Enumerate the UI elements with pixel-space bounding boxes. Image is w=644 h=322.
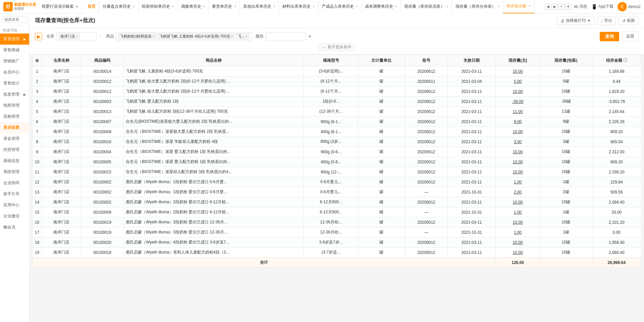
sidebar-item-basic-info[interactable]: 基础信息 — [0, 155, 29, 166]
row-stock-main[interactable]: 10.00 — [495, 197, 540, 207]
row-expire: 2021-03-11 — [448, 217, 496, 227]
print-button[interactable]: 🖨 按模板打印 ▼ — [557, 16, 594, 25]
color-tags[interactable] — [266, 32, 306, 41]
sidebar-item-ops[interactable]: 经营管理 — [0, 144, 29, 155]
sidebar-item-retail-mgmt[interactable]: 零售管理 ▶ — [0, 34, 29, 45]
tab-6-close[interactable]: × — [313, 5, 315, 8]
tab-7-close[interactable]: × — [356, 5, 358, 8]
tab-home[interactable]: 首页 — [84, 0, 99, 13]
tab-3-close[interactable]: × — [203, 5, 205, 8]
tab-close-button[interactable]: × — [558, 4, 565, 10]
sidebar-item-collab[interactable]: 企业协同 — [0, 177, 29, 189]
row-unit: 罐 — [358, 66, 405, 76]
sidebar-item-purchase[interactable]: 采购管理 — [0, 111, 29, 122]
tab-next-button[interactable]: ▶ — [552, 4, 558, 10]
account-selector[interactable]: 母婴行业演示账套 ▼ — [39, 4, 82, 9]
sidebar-item-new-guide[interactable]: 新手引导 — [0, 189, 29, 200]
tab-2-close[interactable]: × — [172, 5, 174, 8]
row-stock-main[interactable]: -39.00 — [495, 97, 540, 107]
row-stock-main[interactable]: 10.00 — [495, 237, 540, 248]
row-stock-main[interactable]: 10.00 — [495, 248, 540, 258]
tab-4-close[interactable]: × — [234, 5, 236, 8]
row-stock-main[interactable]: 10.00 — [495, 87, 540, 97]
tab-8[interactable]: 成本调整单历史 × — [362, 0, 401, 13]
tab-5[interactable]: 其他出库单历史 × — [240, 0, 279, 13]
expand-more-icon: ⋯ — [322, 45, 326, 50]
row-stock-main[interactable]: 2.00 — [495, 187, 540, 197]
row-stock-main[interactable]: 0.00 — [495, 76, 540, 87]
row-name: 合生元（BIOSTIME）派星幼儿配方奶粉 3段 乳铁蛋白的4... — [124, 167, 304, 177]
tab-10-close[interactable]: × — [498, 5, 500, 8]
sidebar-item-member-center[interactable]: 会员中心 — [0, 67, 29, 78]
row-spec: (3-7岁适... — [304, 248, 358, 258]
amount-info-icon[interactable]: ⓘ — [623, 58, 627, 63]
goods-tag-2-close[interactable]: × — [246, 35, 248, 38]
sidebar-item-inventory[interactable]: 库存核算 — [0, 122, 29, 133]
tab-11-close[interactable]: × — [529, 4, 531, 8]
row-spec: 900g (3岁... — [304, 137, 358, 147]
query-button[interactable]: 查询 — [600, 32, 619, 41]
col-settings[interactable]: ⚙ — [33, 55, 42, 66]
tab-5-close[interactable]: × — [273, 5, 275, 8]
row-stock-main[interactable]: 9.00 — [495, 117, 540, 127]
goods-tag-1-close[interactable]: × — [231, 35, 233, 38]
tab-6[interactable]: 材料出库单历史 × — [279, 0, 318, 13]
tab-2[interactable]: 组装拆卸单历史 × — [139, 0, 178, 13]
sidebar-item-wholesale-mgmt[interactable]: 批发管理 ▶ — [0, 89, 29, 100]
refresh-button[interactable]: ↺ 刷新 — [619, 16, 639, 25]
table-row: 2 南岸门店 00100012 飞鹤星飞帆 较大婴儿配方奶粉 2段(6-12个月… — [33, 76, 641, 87]
col-unit: 主计量单位 — [358, 55, 405, 66]
sidebar-item-corp-wechat[interactable]: 企业微信 — [0, 211, 29, 222]
sidebar-item-ecommerce[interactable]: 电商管理 — [0, 100, 29, 111]
filter-expand-button[interactable]: ▶ — [35, 33, 42, 40]
sidebar-item-marketing[interactable]: 营销推广 — [0, 56, 29, 67]
tab-9-close[interactable]: × — [446, 5, 448, 8]
row-stock-main[interactable]: 1.00 — [495, 227, 540, 237]
tab-10[interactable]: 现存量（库存分布表） × — [452, 0, 503, 13]
tab-8-close[interactable]: × — [395, 5, 397, 8]
tab-7[interactable]: 产成品入库单历史 × — [318, 0, 362, 13]
tab-9[interactable]: 现存量（库存状况表） × — [401, 0, 452, 13]
row-stock-main[interactable]: 10.00 — [495, 66, 540, 76]
user-menu[interactable]: E demo2 — [618, 2, 641, 11]
setting-button[interactable]: 设置 — [622, 32, 639, 41]
tab-menu-button[interactable]: ▼ — [565, 4, 571, 10]
message-button[interactable]: ✉ 消息 — [574, 4, 587, 9]
warehouse-tags[interactable]: 南岸门店 × — [56, 32, 97, 41]
avatar: E — [618, 2, 627, 11]
tab-11[interactable]: 库存批次账 × — [503, 0, 534, 13]
row-stock-main[interactable]: 10.00 — [495, 127, 540, 137]
row-stock-main[interactable]: 10.00 — [495, 167, 540, 177]
row-stock-main[interactable]: 11.00 — [495, 107, 540, 117]
search-input[interactable] — [2, 16, 27, 23]
row-stock-main[interactable]: 10.00 — [495, 217, 540, 227]
row-name: 惠氏启蒙（Wyeth illuma）亲和人体儿童配方奶粉4段（3... — [124, 248, 304, 258]
tab-1[interactable]: 分量盘点单历史 × — [99, 0, 139, 13]
sidebar-item-retail-shop[interactable]: 零售商城 — [0, 45, 29, 56]
sidebar-item-app-center[interactable]: 应用中心 — [0, 200, 29, 211]
tab-3[interactable]: 调拨单历史 × — [178, 0, 209, 13]
row-amount: 0.00 — [592, 227, 641, 237]
tab-1-close[interactable]: × — [133, 5, 135, 8]
sidebar-item-finance[interactable]: 资金管理 — [0, 133, 29, 144]
goods-tags[interactable]: 飞鹤奶粉3段两提装 × 飞鹤星飞帆 儿童奶粉 4段(3-6岁适用) 700克 ×… — [116, 32, 252, 41]
expand-more-button[interactable]: ⋯ 展开更多条件 — [318, 43, 355, 51]
row-stock-main[interactable]: 10.00 — [495, 157, 540, 167]
row-expire: 2021-03-11 — [448, 137, 496, 147]
export-button[interactable]: ↓ 导出 — [597, 16, 616, 25]
row-stock-main[interactable]: 1.00 — [495, 207, 540, 217]
warehouse-tag-close[interactable]: × — [76, 35, 78, 38]
sidebar-item-sys-mgmt[interactable]: 系统管理 — [0, 166, 29, 177]
row-name: 惠氏启蒙（Wyeth illuma）3段奶粉 爱尔兰进口 12-36月... — [124, 227, 304, 237]
row-stock-main[interactable]: 1.00 — [495, 177, 540, 187]
tab-prev-button[interactable]: ◀ — [545, 4, 551, 10]
row-code: 00100007 — [81, 117, 123, 127]
sidebar-item-retail-stats[interactable]: 零售统计 — [0, 78, 29, 89]
row-num: 17 — [33, 227, 42, 237]
tab-4[interactable]: 要货单历史 × — [209, 0, 240, 13]
sidebar-item-member[interactable]: 畅会员 — [0, 222, 29, 233]
row-stock-main[interactable]: 10.00 — [495, 147, 540, 157]
app-download-button[interactable]: 📱 App下载 — [591, 4, 613, 9]
goods-tag-0-close[interactable]: × — [153, 35, 155, 38]
row-stock-main[interactable]: 3.00 — [495, 137, 540, 147]
